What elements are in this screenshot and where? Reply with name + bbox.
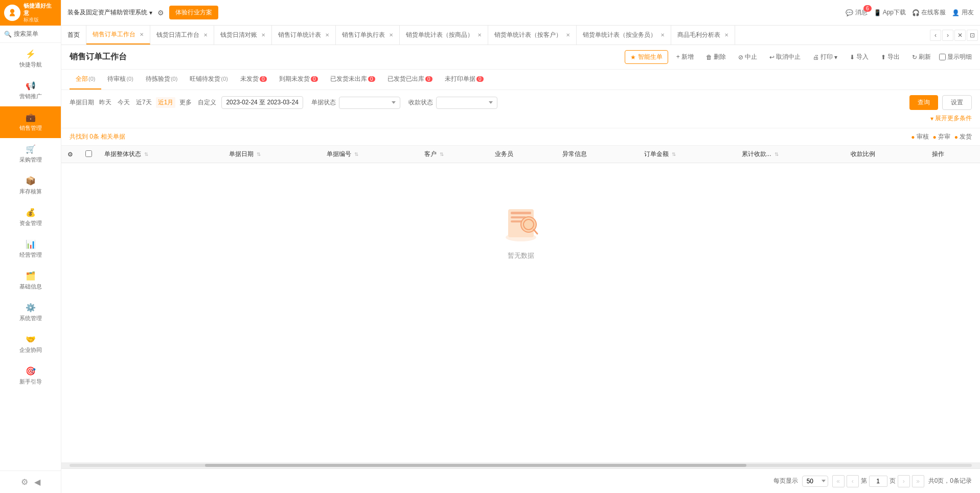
prev-page-button[interactable]: ‹ — [847, 475, 859, 487]
sidebar-item-inventory[interactable]: 📦 库存核算 — [0, 170, 61, 201]
print-button[interactable]: 🖨 打印 ▾ — [809, 51, 841, 63]
tab-cash-daily[interactable]: 钱货日清工作台 ✕ — [150, 26, 214, 44]
topbar-gear-icon[interactable]: ⚙ — [157, 9, 164, 17]
suspend-button[interactable]: ⊘ 中止 — [734, 51, 761, 63]
col-collected[interactable]: 累计收款... ⇅ — [736, 146, 845, 163]
query-button[interactable]: 查询 — [909, 95, 938, 110]
tab-margin-analysis[interactable]: 商品毛利分析表 ✕ — [671, 26, 735, 44]
sidebar-item-marketing[interactable]: 📢 营销推广 — [0, 75, 61, 106]
select-all-checkbox[interactable] — [85, 150, 92, 157]
tab-close-icon[interactable]: ✕ — [566, 32, 570, 38]
tab-sales-exec[interactable]: 销售订单执行表 ✕ — [336, 26, 400, 44]
status-select[interactable] — [339, 97, 400, 109]
shortcut-today[interactable]: 今天 — [116, 97, 132, 108]
shortcut-custom[interactable]: 自定义 — [196, 97, 218, 108]
solution-button[interactable]: 体验行业方案 — [169, 6, 218, 19]
date-range-input[interactable]: 2023-02-24 至 2023-03-24 — [221, 96, 303, 109]
expand-conditions-button[interactable]: ▾ 展开更多条件 — [930, 114, 972, 123]
column-settings-icon[interactable]: ⚙ — [67, 151, 73, 158]
tab-close-all-button[interactable]: ✕ — [954, 30, 966, 41]
shortcut-yesterday[interactable]: 昨天 — [97, 97, 113, 108]
settings-bottom-icon[interactable]: ⚙ — [21, 477, 28, 487]
col-amount[interactable]: 订单金额 ⇅ — [638, 146, 736, 163]
message-button[interactable]: 💬 消息 6 — [846, 8, 868, 17]
refresh-button[interactable]: ↻ 刷新 — [908, 51, 935, 63]
filter-tab-shipped-out[interactable]: 已发货已出库0 — [381, 70, 439, 89]
sidebar-item-purchase[interactable]: 🛒 采购管理 — [0, 138, 61, 170]
online-service-button[interactable]: 🎧 在线客服 — [912, 8, 946, 17]
smart-generate-button[interactable]: ★ 智能生单 — [625, 50, 668, 64]
col-anomaly[interactable]: 异常信息 — [556, 146, 637, 163]
tab-close-icon[interactable]: ✕ — [389, 32, 393, 38]
shortcut-1month[interactable]: 近1月 — [156, 97, 176, 108]
tab-cash-reconcile[interactable]: 钱货日清对账 ✕ — [214, 26, 272, 44]
sidebar-item-sales[interactable]: 💼 销售管理 — [0, 106, 61, 138]
page-input[interactable] — [869, 476, 887, 487]
collapse-icon[interactable]: ◀ — [34, 477, 40, 487]
tab-home[interactable]: 首页 — [61, 26, 86, 44]
tab-prev-button[interactable]: ‹ — [930, 30, 941, 41]
setting-button[interactable]: 设置 — [942, 95, 972, 110]
review-button[interactable]: ● 审核 — [911, 132, 928, 141]
col-settings[interactable]: ⚙ — [61, 146, 79, 163]
filter-tab-pending-review[interactable]: 待审核(0) — [101, 70, 139, 89]
cancel-suspend-button[interactable]: ↩ 取消中止 — [765, 51, 805, 63]
tab-close-icon[interactable]: ✕ — [477, 32, 482, 38]
sidebar-search[interactable]: 🔍 搜索菜单 — [0, 26, 61, 43]
col-ratio[interactable]: 收款比例 — [845, 146, 926, 163]
col-customer[interactable]: 客户 ⇅ — [418, 146, 489, 163]
first-page-button[interactable]: « — [832, 475, 845, 487]
scroll-thumb[interactable] — [205, 464, 746, 467]
filter-tab-overdue[interactable]: 到期未发货0 — [273, 70, 324, 89]
sidebar-item-operation[interactable]: 📊 经营管理 — [0, 233, 61, 265]
filter-tab-pending-inspect[interactable]: 待拣验货(0) — [140, 70, 184, 89]
per-page-select[interactable]: 50 100 — [802, 476, 828, 487]
shortcut-7days[interactable]: 近7天 — [134, 97, 154, 108]
tab-sales-stat[interactable]: 销售订单统计表 ✕ — [272, 26, 336, 44]
tab-expand-button[interactable]: ⊡ — [967, 30, 978, 41]
tab-sales-stat-customer[interactable]: 销货单统计表（按客户） ✕ — [488, 26, 577, 44]
filter-tab-not-printed[interactable]: 未打印单据0 — [439, 70, 490, 89]
tab-sales-workbench[interactable]: 销售订单工作台 ✕ — [86, 26, 150, 44]
shortcut-more[interactable]: 更多 — [177, 97, 194, 108]
sidebar-item-collab[interactable]: 🤝 企业协同 — [0, 328, 61, 360]
col-status[interactable]: 单据整体状态 ⇅ — [98, 146, 223, 163]
delete-button[interactable]: 🗑 删除 — [702, 51, 730, 63]
filter-tab-all[interactable]: 全部(0) — [70, 70, 101, 89]
sidebar-item-system[interactable]: ⚙️ 系统管理 — [0, 297, 61, 328]
ship-button[interactable]: ● 发货 — [954, 132, 972, 141]
sidebar-item-basic[interactable]: 🗂️ 基础信息 — [0, 265, 61, 297]
tab-close-icon[interactable]: ✕ — [203, 32, 208, 38]
tab-sales-stat-staff[interactable]: 销货单统计表（按业务员） ✕ — [577, 26, 671, 44]
app-download-button[interactable]: 📱 App下载 — [874, 8, 906, 17]
payment-select[interactable] — [436, 97, 497, 109]
import-button[interactable]: ⬇ 导入 — [846, 51, 873, 63]
tab-close-icon[interactable]: ✕ — [325, 32, 329, 38]
last-page-button[interactable]: » — [912, 475, 924, 487]
col-salesperson[interactable]: 业务员 — [489, 146, 557, 163]
tab-sales-stat-product[interactable]: 销货单统计表（按商品） ✕ — [400, 26, 488, 44]
show-detail-checkbox[interactable]: 显示明细 — [939, 53, 972, 61]
system-title[interactable]: 装备及固定资产辅助管理系统 ▾ — [67, 8, 152, 17]
new-button[interactable]: + 新增 — [672, 51, 698, 63]
user-menu[interactable]: 👤 用友 — [952, 8, 974, 17]
tab-close-icon[interactable]: ✕ — [724, 32, 728, 38]
sidebar-item-guide[interactable]: 🎯 新手引导 — [0, 360, 61, 392]
sidebar-item-quick-nav[interactable]: ⚡ 快捷导航 — [0, 43, 61, 75]
cancel-review-button[interactable]: ● 弃审 — [933, 132, 950, 141]
export-button[interactable]: ⬆ 导出 — [877, 51, 904, 63]
tab-close-icon[interactable]: ✕ — [660, 32, 665, 38]
filter-tab-shipped-not-out[interactable]: 已发货未出库0 — [324, 70, 381, 89]
tab-next-button[interactable]: › — [942, 30, 953, 41]
tab-close-icon[interactable]: ✕ — [140, 32, 144, 37]
filter-tab-not-shipped[interactable]: 未发货0 — [234, 70, 273, 89]
horizontal-scrollbar[interactable] — [61, 462, 980, 468]
col-date[interactable]: 单据日期 ⇅ — [223, 146, 321, 163]
show-detail-input[interactable] — [939, 54, 946, 60]
col-number[interactable]: 单据编号 ⇅ — [321, 146, 418, 163]
tab-close-icon[interactable]: ✕ — [261, 32, 265, 38]
next-page-button[interactable]: › — [898, 475, 910, 487]
filter-tab-wangpu[interactable]: 旺铺待发货(0) — [184, 70, 234, 89]
col-checkbox[interactable] — [79, 146, 98, 163]
sidebar-item-finance[interactable]: 💰 资金管理 — [0, 201, 61, 233]
